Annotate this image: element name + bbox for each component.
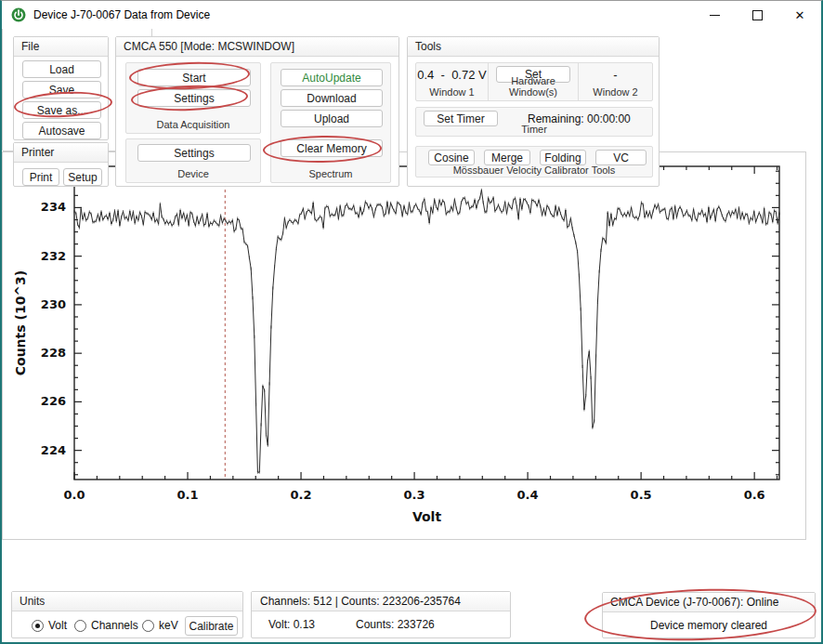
device-status-header: CMCA Device (J-70-0067): Online bbox=[603, 593, 815, 612]
title-bar: Device J-70-0067 Data from Device ✕ bbox=[2, 1, 821, 29]
spectrum-subpanel: AutoUpdate Download Upload Clear Memory … bbox=[270, 62, 391, 183]
svg-text:232: 232 bbox=[41, 249, 66, 263]
svg-text:Volt: Volt bbox=[412, 509, 441, 524]
autosave-button[interactable]: Autosave bbox=[22, 122, 101, 139]
cursor-volt-value: Volt: 0.13 bbox=[268, 618, 315, 631]
data-acquisition-subpanel: Start Settings Data Acquisition bbox=[125, 62, 261, 134]
svg-text:224: 224 bbox=[41, 443, 66, 457]
svg-text:0.2: 0.2 bbox=[291, 488, 312, 502]
device-settings-button[interactable]: Settings bbox=[137, 144, 251, 162]
svg-text:0.4: 0.4 bbox=[517, 488, 539, 502]
app-window: Device J-70-0067 Data from Device ✕ File… bbox=[0, 0, 823, 644]
cosine-button[interactable]: Cosine bbox=[428, 150, 475, 165]
svg-text:226: 226 bbox=[41, 394, 66, 408]
svg-text:234: 234 bbox=[41, 200, 66, 214]
merge-button[interactable]: Merge bbox=[484, 150, 530, 165]
device-subpanel: Settings Device bbox=[125, 138, 261, 183]
svg-text:0.0: 0.0 bbox=[63, 488, 85, 502]
file-panel-title: File bbox=[14, 37, 108, 57]
radio-volt-label[interactable]: Volt bbox=[48, 619, 67, 632]
hardware-window-cell: Set Hardware Window(s) bbox=[488, 63, 578, 100]
download-button[interactable]: Download bbox=[281, 89, 383, 107]
tools-panel: Tools 0.4 - 0.72 V Window 1 Set Hardware… bbox=[407, 36, 660, 187]
channels-counts-header: Channels: 512 | Counts: 223206-235764 bbox=[252, 592, 510, 611]
cmca-panel: CMCA 550 [Mode: MCSWINDOW] Start Setting… bbox=[115, 36, 399, 187]
hardware-window-subpanel: 0.4 - 0.72 V Window 1 Set Hardware Windo… bbox=[415, 62, 653, 101]
svg-text:0.3: 0.3 bbox=[404, 488, 425, 502]
svg-text:0.5: 0.5 bbox=[631, 488, 652, 502]
printer-panel: Printer Print Setup bbox=[13, 142, 109, 187]
device-status-message-row: Device memory cleared bbox=[603, 612, 815, 638]
radio-channels-label[interactable]: Channels bbox=[91, 619, 138, 632]
spectrum-chart-panel: 0.00.10.20.30.40.50.6224226228230232234V… bbox=[2, 151, 806, 540]
svg-text:228: 228 bbox=[41, 346, 66, 360]
radio-kev-label[interactable]: keV bbox=[159, 619, 178, 632]
cmca-panel-title: CMCA 550 [Mode: MCSWINDOW] bbox=[116, 37, 398, 57]
window1-label: Window 1 bbox=[416, 86, 488, 98]
start-button[interactable]: Start bbox=[137, 69, 251, 86]
app-power-icon bbox=[11, 7, 26, 22]
minimize-icon bbox=[710, 15, 720, 16]
window1-value: 0.4 - 0.72 V bbox=[416, 68, 488, 82]
units-panel: Units Volt Channels keV Calibrate bbox=[11, 591, 243, 638]
file-panel: File Load Save Save as... Autosave bbox=[13, 36, 109, 140]
tools-panel-title: Tools bbox=[408, 37, 659, 57]
svg-text:230: 230 bbox=[41, 297, 66, 311]
timer-label: Timer bbox=[416, 124, 652, 135]
window2-value: - bbox=[579, 68, 652, 82]
window1-cell: 0.4 - 0.72 V Window 1 bbox=[416, 63, 488, 100]
units-panel-title: Units bbox=[12, 592, 242, 611]
svg-text:0.1: 0.1 bbox=[177, 488, 199, 502]
device-status-panel: CMCA Device (J-70-0067): Online Device m… bbox=[602, 592, 816, 638]
window2-label: Window 2 bbox=[579, 86, 652, 98]
calibrate-button[interactable]: Calibrate bbox=[185, 616, 238, 636]
radio-volt-icon[interactable] bbox=[32, 620, 44, 632]
close-icon: ✕ bbox=[795, 9, 805, 21]
unit-option-volt[interactable]: Volt bbox=[32, 617, 67, 634]
print-button[interactable]: Print bbox=[22, 168, 59, 186]
svg-text:0.6: 0.6 bbox=[744, 488, 765, 502]
save-button[interactable]: Save bbox=[22, 81, 101, 99]
acquisition-settings-button[interactable]: Settings bbox=[137, 89, 251, 107]
timer-subpanel: Set Timer Remaining: 00:00:00 Timer bbox=[415, 107, 653, 137]
spectrum-chart[interactable]: 0.00.10.20.30.40.50.6224226228230232234V… bbox=[3, 152, 805, 539]
spectrum-label: Spectrum bbox=[271, 168, 390, 179]
autoupdate-button[interactable]: AutoUpdate bbox=[281, 69, 383, 86]
maximize-icon bbox=[752, 10, 763, 20]
device-status-message: Device memory cleared bbox=[650, 619, 767, 632]
cursor-counts-value: Counts: 233726 bbox=[356, 618, 435, 631]
folding-button[interactable]: Folding bbox=[540, 150, 586, 165]
printer-setup-button[interactable]: Setup bbox=[63, 168, 102, 186]
maximize-button[interactable] bbox=[736, 1, 778, 29]
svg-text:Counts (10^3): Counts (10^3) bbox=[13, 270, 28, 375]
close-window-button[interactable]: ✕ bbox=[778, 1, 821, 29]
cursor-status-panel: Channels: 512 | Counts: 223206-235764 Vo… bbox=[251, 591, 511, 638]
mvc-subpanel: Cosine Merge Folding VC Mössbauer Veloci… bbox=[415, 146, 653, 177]
save-as-button[interactable]: Save as... bbox=[22, 101, 101, 119]
cursor-readout: Volt: 0.13 Counts: 233726 bbox=[252, 611, 510, 637]
device-label: Device bbox=[126, 168, 260, 179]
minimize-button[interactable] bbox=[693, 1, 736, 29]
upload-button[interactable]: Upload bbox=[281, 110, 383, 127]
vc-button[interactable]: VC bbox=[595, 150, 647, 165]
data-acquisition-label: Data Acquisition bbox=[126, 119, 260, 130]
printer-panel-title: Printer bbox=[14, 143, 108, 163]
radio-kev-icon[interactable] bbox=[142, 620, 154, 632]
load-button[interactable]: Load bbox=[22, 60, 101, 78]
window2-cell: - Window 2 bbox=[578, 63, 652, 100]
clear-memory-button[interactable]: Clear Memory bbox=[281, 139, 383, 157]
hardware-window-label: Hardware Window(s) bbox=[489, 75, 578, 98]
window-title: Device J-70-0067 Data from Device bbox=[33, 1, 210, 29]
mvc-label: Mössbauer Velocity Calibrator Tools bbox=[416, 164, 652, 176]
radio-channels-icon[interactable] bbox=[74, 620, 86, 632]
unit-option-channels[interactable]: Channels bbox=[74, 617, 138, 634]
unit-option-kev[interactable]: keV bbox=[142, 617, 178, 634]
